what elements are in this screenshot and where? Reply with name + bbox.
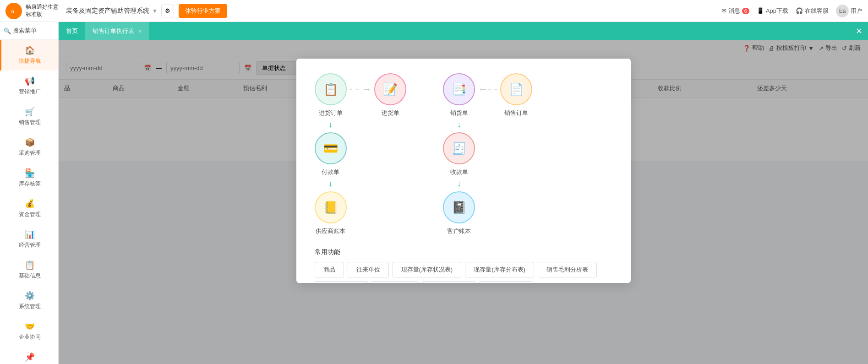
message-badge: 6 bbox=[742, 8, 749, 14]
common-functions-section: 常用功能 商品 往来单位 现存量(库存状况表) 现存量(库存分布表) 销售毛利分… bbox=[315, 248, 612, 283]
tab-bar: 首页 销售订单执行表 × ✕ bbox=[59, 22, 868, 40]
newbie-icon: 📌 bbox=[25, 352, 35, 362]
home-icon: 🏠 bbox=[25, 45, 35, 55]
headset-icon: 🎧 bbox=[796, 7, 803, 14]
experience-button[interactable]: 体验行业方案 bbox=[179, 4, 227, 18]
common-functions-title: 常用功能 bbox=[315, 248, 612, 256]
btn-product-gross[interactable]: 商品毛利分析 bbox=[315, 281, 368, 283]
sidebar-item-operations[interactable]: 📊 经营管理 bbox=[0, 224, 58, 255]
page-content: ❓ 帮助 🖨 按模板打印 ▼ ↗ 导出 ↺ bbox=[59, 40, 868, 364]
sidebar-item-system[interactable]: ⚙️ 系统管理 bbox=[0, 285, 58, 316]
modal-content: 📋 进货订单 ↓ 💳 bbox=[296, 59, 631, 283]
phone-icon: 📱 bbox=[757, 7, 764, 14]
content-area: 首页 销售订单执行表 × ✕ ❓ 帮助 bbox=[59, 22, 868, 364]
sidebar-item-newbie[interactable]: 📌 新手引导 bbox=[0, 347, 58, 364]
base-info-icon: 📋 bbox=[25, 260, 35, 270]
top-right: ✉ 消息 6 📱 App下载 🎧 在线客服 Ea 用户 bbox=[721, 5, 863, 17]
logo-text: 畅康通好生意 标准版 bbox=[26, 4, 59, 18]
message-button[interactable]: ✉ 消息 6 bbox=[721, 7, 749, 15]
modal-overlay: 📋 进货订单 ↓ 💳 bbox=[59, 40, 868, 364]
modal: 📋 进货订单 ↓ 💳 bbox=[296, 59, 631, 283]
collab-icon: 🤝 bbox=[25, 321, 35, 331]
user-menu[interactable]: Ea 用户 bbox=[836, 5, 863, 17]
sidebar-item-sales[interactable]: 🛒 销售管理 bbox=[0, 101, 58, 132]
btn-stock-status[interactable]: 现存量(库存状况表) bbox=[393, 262, 462, 277]
logo-area: 6 畅康通好生意 标准版 bbox=[5, 3, 64, 19]
app-wrapper: 6 畅康通好生意 标准版 装备及固定资产辅助管理系统 ▼ ⚙ 体验行业方案 ✉ … bbox=[0, 0, 868, 364]
flow-node-sales-order: 📄 销售订单 bbox=[500, 73, 532, 117]
sidebar-item-marketing[interactable]: 📢 营销推广 bbox=[0, 71, 58, 101]
gear-button[interactable]: ⚙ bbox=[161, 5, 174, 17]
app-download-button[interactable]: 📱 App下载 bbox=[757, 7, 788, 15]
btn-contacts[interactable]: 往来单位 bbox=[348, 262, 389, 277]
search-menu[interactable]: 🔍 搜索菜单 bbox=[0, 22, 58, 40]
purchase-icon: 📦 bbox=[25, 137, 35, 147]
message-icon: ✉ bbox=[721, 7, 726, 14]
svg-text:6: 6 bbox=[11, 8, 14, 14]
sidebar-item-finance[interactable]: 💰 资金管理 bbox=[0, 193, 58, 224]
btn-receipt-stats[interactable]: 收款情况统计 bbox=[422, 281, 475, 283]
online-service-button[interactable]: 🎧 在线客服 bbox=[796, 7, 829, 15]
system-name: 装备及固定资产辅助管理系统 bbox=[66, 7, 149, 15]
btn-product[interactable]: 商品 bbox=[315, 262, 344, 277]
inventory-icon: 🏪 bbox=[25, 168, 35, 178]
btn-sales-gross[interactable]: 销售毛利分析表 bbox=[538, 262, 597, 277]
sidebar: 🔍 搜索菜单 🏠 快捷导航 📢 营销推广 🛒 销售管理 📦 采购管理 🏪 bbox=[0, 22, 59, 364]
top-bar: 6 畅康通好生意 标准版 装备及固定资产辅助管理系统 ▼ ⚙ 体验行业方案 ✉ … bbox=[0, 0, 868, 22]
system-icon: ⚙️ bbox=[25, 291, 35, 301]
common-buttons: 商品 往来单位 现存量(库存状况表) 现存量(库存分布表) 销售毛利分析表 商品… bbox=[315, 262, 612, 283]
finance-icon: 💰 bbox=[25, 199, 35, 209]
tab-close-all-button[interactable]: ✕ bbox=[856, 26, 863, 36]
main-area: 🔍 搜索菜单 🏠 快捷导航 📢 营销推广 🛒 销售管理 📦 采购管理 🏪 bbox=[0, 22, 868, 364]
avatar: Ea bbox=[836, 5, 849, 17]
sales-icon: 🛒 bbox=[25, 107, 35, 117]
flow-node-customer-ledger: 📓 客户账本 bbox=[443, 191, 475, 235]
tab-close-icon[interactable]: × bbox=[139, 28, 142, 34]
sidebar-item-base-info[interactable]: 📋 基础信息 bbox=[0, 255, 58, 285]
sidebar-item-purchase[interactable]: 📦 采购管理 bbox=[0, 132, 58, 163]
system-title: 装备及固定资产辅助管理系统 ▼ bbox=[66, 7, 158, 15]
flow-node-supplier-ledger: 📒 供应商账本 bbox=[315, 191, 347, 235]
search-icon: 🔍 bbox=[4, 27, 11, 34]
operations-icon: 📊 bbox=[25, 229, 35, 239]
tab-home[interactable]: 首页 bbox=[59, 22, 85, 40]
flow-diagram: 📋 进货订单 ↓ 💳 bbox=[315, 73, 612, 235]
flow-node-receipt: 🧾 收款单 bbox=[443, 132, 475, 176]
tab-sales-order[interactable]: 销售订单执行表 × bbox=[85, 22, 149, 40]
marketing-icon: 📢 bbox=[25, 76, 35, 86]
flow-node-payment: 💳 付款单 bbox=[315, 132, 347, 176]
flow-node-purchase-order: 📋 进货订单 bbox=[315, 73, 347, 117]
flow-node-purchase-receipt: 📝 进货单 bbox=[374, 73, 406, 117]
btn-payment-stats[interactable]: 付款情况统计 bbox=[479, 281, 532, 283]
logo-icon: 6 bbox=[5, 3, 22, 19]
btn-sales-rank[interactable]: 销售排行榜 bbox=[371, 281, 419, 283]
sidebar-item-quick-nav[interactable]: 🏠 快捷导航 bbox=[0, 40, 58, 71]
flow-node-sales-receipt: 📑 销货单 bbox=[443, 73, 475, 117]
sidebar-item-inventory[interactable]: 🏪 库存核算 bbox=[0, 163, 58, 193]
title-arrow-icon: ▼ bbox=[152, 8, 158, 14]
sidebar-item-collab[interactable]: 🤝 企业协同 bbox=[0, 316, 58, 347]
btn-stock-dist[interactable]: 现存量(库存分布表) bbox=[465, 262, 534, 277]
